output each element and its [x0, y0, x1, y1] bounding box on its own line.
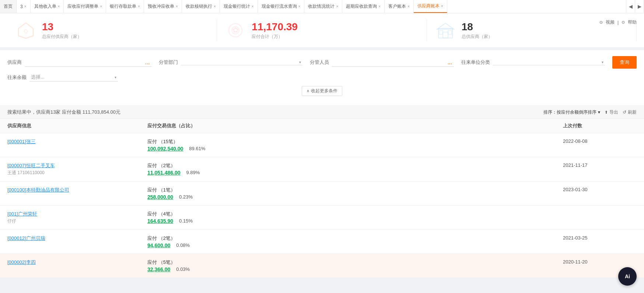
tab-other-income[interactable]: 其他收入单 × — [31, 0, 64, 13]
person-dots-btn[interactable]: ... — [447, 59, 452, 66]
filter-row-2: 往来余额 选择... ▾ — [7, 73, 637, 82]
query-button[interactable]: 查询 — [612, 56, 637, 69]
tx-amount-0[interactable]: 100,092,540.00 — [147, 146, 183, 152]
payable-label-0: 应付 （15笔） — [147, 138, 563, 145]
tab-3-close[interactable]: × — [24, 4, 27, 8]
tx-row-1: 11,051,486.00 9.89% — [147, 169, 563, 176]
refresh-label: 刷新 — [628, 109, 637, 116]
tab-customer-book[interactable]: 客户账本 × — [385, 0, 414, 13]
nav-right-arrow[interactable]: ▶ — [635, 0, 644, 13]
supplier-input-wrapper: ... — [25, 58, 151, 67]
payable-count-3: （4笔） — [158, 211, 175, 217]
tab-payment-stat[interactable]: 收款情况统计 × — [304, 0, 342, 13]
supplier-sub-3: 仔仔 — [7, 218, 147, 224]
tx-percent-3: 0.15% — [179, 218, 193, 224]
close-supplier[interactable]: × — [441, 4, 443, 8]
table-row[interactable]: [000007]恒旺二手叉车 王通 17106110000 应付 （2笔） 11… — [0, 157, 644, 182]
payable-suppliers-stat: ◇ 13 总应付供应商（家） — [7, 19, 217, 41]
svg-rect-7 — [443, 32, 448, 38]
ai-label: Ai — [625, 273, 630, 278]
tx-amount-5[interactable]: 32,366.00 — [147, 266, 170, 272]
table-row[interactable]: [000012]广州贝瑞 应付 （2笔） 94,600.00 0.08% 202… — [0, 230, 644, 254]
balance-placeholder: 选择... — [31, 74, 115, 80]
video-link[interactable]: 视频 — [606, 19, 615, 25]
supplier-label: 供应商 — [7, 59, 22, 66]
tx-amount-4[interactable]: 94,600.00 — [147, 242, 170, 248]
export-button[interactable]: ⬆ 导出 — [605, 109, 618, 116]
payable-text-2: 应付 — [147, 187, 158, 193]
close-other-income[interactable]: × — [58, 4, 60, 8]
tab-cash-bank-query[interactable]: 现金银行流水查询 × — [258, 0, 305, 13]
tab-bank-deposit[interactable]: 银行存取款单 × — [106, 0, 144, 13]
close-ar-ap[interactable]: × — [100, 4, 102, 8]
close-payment-stat[interactable]: × — [336, 4, 338, 8]
balance-select-wrapper[interactable]: 选择... ▾ — [29, 73, 118, 82]
close-payment-verify[interactable]: × — [214, 4, 216, 8]
tx-amount-1[interactable]: 11,051,486.00 — [147, 170, 181, 176]
supplier-link-1[interactable]: [000007]恒旺二手叉车 — [7, 162, 147, 169]
supplier-cell-5: [000002]李四 — [7, 259, 147, 266]
help-link[interactable]: 帮助 — [628, 19, 637, 25]
table-row[interactable]: [000002]李四 应付 （5笔） 32,366.00 0.03% 2020-… — [0, 254, 644, 278]
nav-left-arrow[interactable]: ◀ — [626, 0, 635, 13]
stats-header: ◇ 13 总应付供应商（家） ✿ 11,170.39 应付合计（万） — [0, 13, 644, 47]
tab-3[interactable]: 3 × — [17, 0, 31, 13]
lastpay-date-0: 2022-08-08 — [563, 138, 588, 144]
tab-supplier-book[interactable]: 供应商账本 × — [414, 0, 447, 13]
filter-person: 分管人员 ... — [310, 58, 454, 67]
close-overdue[interactable]: × — [378, 4, 381, 8]
svg-rect-5 — [438, 28, 452, 38]
top-navigation: 首页 3 × 其他收入单 × 应收应付调整单 × 银行存取款单 × 预收冲应收单… — [0, 0, 644, 13]
tx-amount-3[interactable]: 164,635.90 — [147, 218, 173, 224]
close-advance[interactable]: × — [176, 4, 178, 8]
tx-percent-5: 0.03% — [176, 266, 190, 272]
lastpay-cell-1: 2021-11-17 — [563, 162, 637, 168]
supplier-link-5[interactable]: [000002]李四 — [7, 259, 147, 266]
refresh-button[interactable]: ↺ 刷新 — [623, 109, 637, 116]
video-icon: ⊙ — [599, 20, 603, 25]
tab-payment-stat-label: 收款情况统计 — [308, 3, 335, 10]
lastpay-date-2: 2023-01-30 — [563, 187, 588, 192]
tab-home[interactable]: 首页 — [0, 0, 17, 13]
tx-percent-1: 9.89% — [186, 170, 200, 175]
supplier-link-2[interactable]: [000100]本特勤油品有限公司 — [7, 187, 147, 193]
col-header-supplier: 供应商信息 — [7, 123, 147, 129]
collapse-button[interactable]: ∧ 收起更多条件 — [302, 86, 342, 96]
tx-amount-2[interactable]: 258,000.00 — [147, 194, 173, 200]
filter-supplier: 供应商 ... — [7, 58, 151, 67]
payable-total-amount: 11,170.39 — [252, 21, 298, 33]
transaction-cell-4: 应付 （2笔） 94,600.00 0.08% — [147, 235, 563, 248]
supplier-dots-btn[interactable]: ... — [145, 59, 150, 66]
tab-ar-ap-adjust[interactable]: 应收应付调整单 × — [64, 0, 106, 13]
tx-row-4: 94,600.00 0.08% — [147, 242, 563, 248]
tab-cash-bank-stat[interactable]: 现金银行统计 × — [220, 0, 258, 13]
tx-row-2: 258,000.00 0.23% — [147, 193, 563, 200]
tab-overdue-query[interactable]: 超期应收款查询 × — [342, 0, 385, 13]
dept-select-wrapper[interactable]: ▾ — [181, 59, 303, 65]
filter-balance: 往来余额 选择... ▾ — [7, 73, 118, 82]
supplier-link-0[interactable]: [000001]张三 — [7, 138, 147, 145]
close-cash-bank-stat[interactable]: × — [252, 4, 254, 8]
table-row[interactable]: [001]广州荣轩 仔仔 应付 （4笔） 164,635.90 0.15% — [0, 206, 644, 230]
payable-total-content: 11,170.39 应付合计（万） — [252, 21, 298, 40]
tab-advance-ar[interactable]: 预收冲应收单 × — [144, 0, 182, 13]
category-select-wrapper[interactable]: ▾ — [493, 59, 605, 65]
tx-percent-0: 89.61% — [189, 146, 205, 151]
lastpay-cell-2: 2023-01-30 — [563, 187, 637, 192]
tab-payment-verify[interactable]: 收款核销执行 × — [182, 0, 220, 13]
table-row[interactable]: [000001]张三 应付 （15笔） 100,092,540.00 89.61… — [0, 133, 644, 157]
close-bank[interactable]: × — [138, 4, 140, 8]
lastpay-date-1: 2021-11-17 — [563, 162, 588, 168]
sort-dropdown[interactable]: 排序：按应付余额倒序排序 ▾ — [543, 109, 600, 116]
close-cash-bank-query[interactable]: × — [298, 4, 301, 8]
table-row[interactable]: [000100]本特勤油品有限公司 应付 （1笔） 258,000.00 0.2… — [0, 182, 644, 206]
diamond-icon: ◇ — [15, 19, 37, 41]
transaction-cell-3: 应付 （4笔） 164,635.90 0.15% — [147, 211, 563, 224]
result-bar: 搜索结果中，供应商13家 应付金额 111,703,854.00元 排序：按应付… — [0, 106, 644, 119]
tab-payment-verify-label: 收款核销执行 — [186, 3, 212, 10]
dept-chevron-icon: ▾ — [299, 60, 301, 64]
tab-cash-bank-stat-label: 现金银行统计 — [224, 3, 250, 10]
supplier-link-4[interactable]: [000012]广州贝瑞 — [7, 235, 147, 242]
close-customer[interactable]: × — [407, 4, 410, 8]
supplier-link-3[interactable]: [001]广州荣轩 — [7, 211, 147, 217]
